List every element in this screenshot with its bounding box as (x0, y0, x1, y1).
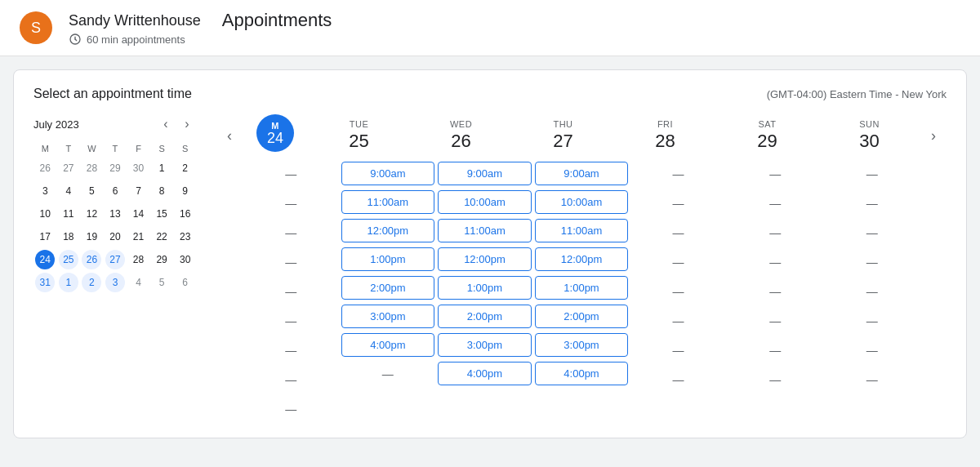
time-slot-button[interactable]: 2:00pm (438, 305, 532, 328)
avatar: S (20, 11, 52, 44)
cal-day[interactable]: 29 (150, 248, 174, 271)
time-slot-button[interactable]: 11:00am (341, 190, 435, 214)
week-prev-button[interactable]: ‹ (216, 122, 243, 149)
cal-day[interactable]: 5 (150, 271, 174, 294)
day-header: FRI28 (614, 119, 716, 158)
cal-day[interactable]: 14 (127, 202, 150, 225)
cal-day[interactable]: 1 (57, 271, 81, 294)
unavailable-slot: — (244, 397, 338, 421)
cal-day[interactable]: 30 (127, 157, 150, 180)
cal-day[interactable]: 28 (127, 248, 150, 271)
cal-day[interactable]: 4 (127, 271, 150, 294)
card-header: Select an appointment time (GMT-04:00) E… (14, 70, 966, 114)
cal-day[interactable]: 13 (104, 202, 127, 225)
cal-day[interactable]: 5 (80, 180, 104, 202)
cal-next-button[interactable]: › (177, 114, 197, 134)
cal-day[interactable]: 22 (150, 225, 174, 248)
day-header: WED26 (410, 119, 512, 158)
page-title: Appointments (222, 10, 332, 31)
time-slot-button[interactable]: 1:00pm (438, 276, 532, 300)
cal-day[interactable]: 3 (33, 180, 57, 202)
day-num: 26 (413, 131, 509, 152)
cal-day[interactable]: 28 (80, 157, 104, 180)
day-dow: FRI (617, 119, 713, 129)
time-slot-button[interactable]: 1:00pm (341, 247, 435, 271)
day-dow: TUE (311, 119, 407, 129)
time-slot-button[interactable]: 12:00pm (341, 219, 435, 242)
time-slot-button[interactable]: 4:00pm (535, 362, 629, 385)
cal-day[interactable]: 2 (80, 271, 104, 294)
cal-day[interactable]: 6 (173, 271, 197, 294)
cal-day[interactable]: 1 (150, 157, 174, 180)
cal-day[interactable]: 7 (127, 180, 150, 202)
cal-day[interactable]: 18 (57, 225, 81, 248)
time-slot-button[interactable]: 11:00am (535, 219, 629, 242)
cal-day[interactable]: 26 (33, 157, 57, 180)
unavailable-slot: — (728, 250, 822, 274)
time-slot-button[interactable]: 4:00pm (438, 362, 532, 385)
cal-prev-button[interactable]: ‹ (156, 114, 176, 134)
day-num: 29 (719, 131, 815, 152)
cal-day[interactable]: 29 (104, 157, 127, 180)
time-slot-button[interactable]: 12:00pm (535, 247, 629, 271)
time-slot-button[interactable]: 9:00am (438, 162, 532, 185)
cal-day[interactable]: 9 (173, 180, 197, 202)
week-next-button[interactable]: › (920, 122, 947, 149)
time-slot-button[interactable]: 3:00pm (535, 333, 629, 357)
unavailable-slot: — (244, 191, 338, 216)
time-slot-button[interactable]: 9:00am (535, 162, 629, 185)
time-slot-button[interactable]: 2:00pm (535, 305, 629, 328)
cal-weekday: S (150, 140, 174, 157)
day-num: 27 (515, 131, 611, 152)
unavailable-slot: — (728, 162, 822, 186)
cal-day[interactable]: 11 (57, 202, 81, 225)
appointment-duration: 60 min appointments (87, 33, 185, 46)
content-area: July 2023 ‹ › MTWTFSS 262728293012345678… (14, 114, 966, 438)
time-slot-button[interactable]: 2:00pm (341, 276, 435, 300)
time-slot-button[interactable]: 4:00pm (341, 333, 435, 357)
cal-day[interactable]: 20 (104, 225, 127, 248)
cal-day[interactable]: 26 (80, 248, 104, 271)
cal-day[interactable]: 30 (173, 248, 197, 271)
cal-day[interactable]: 19 (80, 225, 104, 248)
cal-header: July 2023 ‹ › (33, 114, 197, 134)
mini-calendar: July 2023 ‹ › MTWTFSS 262728293012345678… (33, 114, 197, 421)
cal-day[interactable]: 31 (33, 271, 57, 294)
cal-day[interactable]: 15 (150, 202, 174, 225)
cal-day[interactable]: 10 (33, 202, 57, 225)
day-header: SUN30 (818, 119, 920, 158)
time-slot-button[interactable]: 10:00am (438, 190, 532, 214)
unavailable-slot: — (728, 220, 822, 245)
cal-day[interactable]: 6 (104, 180, 127, 202)
time-slot-button[interactable]: 1:00pm (535, 276, 629, 300)
cal-day[interactable]: 16 (173, 202, 197, 225)
user-name: Sandy Writtenhouse (69, 12, 201, 29)
cal-day[interactable]: 3 (104, 271, 127, 294)
cal-day[interactable]: 2 (173, 157, 197, 180)
cal-day[interactable]: 25 (57, 248, 81, 271)
today-slots-col: ————————— (243, 162, 340, 421)
slots-col: 9:00am10:00am11:00am12:00pm1:00pm2:00pm3… (436, 162, 533, 421)
cal-day[interactable]: 23 (173, 225, 197, 248)
cal-day[interactable]: 24 (33, 248, 57, 271)
unavailable-slot: — (631, 309, 725, 333)
cal-day[interactable]: 8 (150, 180, 174, 202)
cal-day[interactable]: 17 (33, 225, 57, 248)
time-slot-button[interactable]: 3:00pm (341, 305, 435, 328)
time-slot-button[interactable]: 12:00pm (438, 247, 532, 271)
unavailable-slot: — (244, 309, 338, 333)
cal-weekday: T (104, 140, 127, 157)
unavailable-slot: — (825, 309, 919, 333)
cal-weekday: M (33, 140, 57, 157)
time-slot-button[interactable]: 3:00pm (438, 333, 532, 357)
cal-day[interactable]: 21 (127, 225, 150, 248)
unavailable-slot: — (631, 338, 725, 362)
cal-day[interactable]: 27 (104, 248, 127, 271)
unavailable-slot: — (825, 191, 919, 216)
time-slot-button[interactable]: 9:00am (341, 162, 435, 185)
cal-day[interactable]: 4 (57, 180, 81, 202)
cal-day[interactable]: 12 (80, 202, 104, 225)
time-slot-button[interactable]: 10:00am (535, 190, 629, 214)
cal-day[interactable]: 27 (57, 157, 81, 180)
time-slot-button[interactable]: 11:00am (438, 219, 532, 242)
